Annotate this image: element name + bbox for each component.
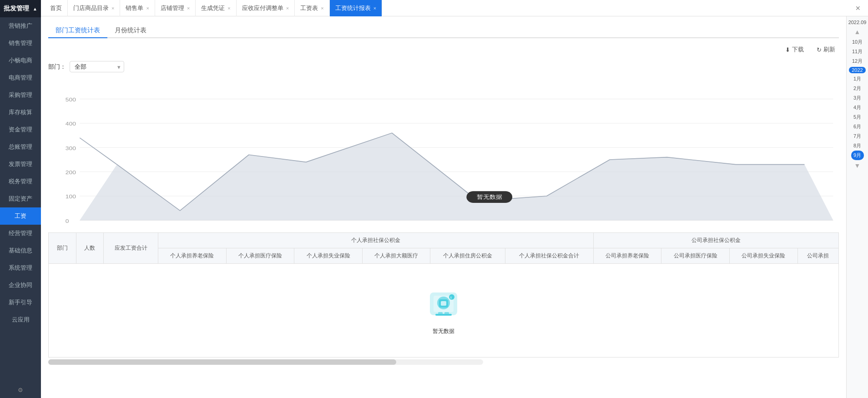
sidebar-item-9[interactable]: 税务管理 xyxy=(0,173,41,190)
tab-1[interactable]: 门店商品目录× xyxy=(68,0,120,16)
timeline-feb[interactable]: 2月 xyxy=(847,84,868,93)
sidebar-title: 批发管理 xyxy=(4,5,29,13)
tab-close-5[interactable]: × xyxy=(286,5,289,11)
refresh-button[interactable]: ↻ 刷新 xyxy=(813,44,839,55)
sidebar-item-11[interactable]: 工资 xyxy=(0,207,41,225)
table-col-8: 公司承担失业保险 xyxy=(730,248,798,264)
tab-6[interactable]: 工资表× xyxy=(295,0,329,16)
sidebar-item-12[interactable]: 经营管理 xyxy=(0,225,41,242)
timeline-oct[interactable]: 10月 xyxy=(847,37,868,47)
timeline-panel: 2022.09 ▲ 10月 11月 12月 2022 1月 2月 3月 4月 5… xyxy=(846,16,868,398)
sidebar-item-4[interactable]: 采购管理 xyxy=(0,86,41,104)
filter-row: 部门： 全部 xyxy=(48,61,839,72)
table-col-4: 个人承担住房公积金 xyxy=(430,248,505,264)
col-company-group: 公司承担社保公积金 xyxy=(593,233,838,248)
timeline-may[interactable]: 5月 xyxy=(847,112,868,122)
table-col-0: 个人承担养老保险 xyxy=(158,248,227,264)
horizontal-scrollbar[interactable] xyxy=(48,359,483,365)
timeline-jan[interactable]: 1月 xyxy=(847,74,868,84)
chart-svg: 0 100 200 300 400 500 xyxy=(48,80,839,225)
tab-close-7[interactable]: × xyxy=(373,5,376,11)
timeline-jun[interactable]: 6月 xyxy=(847,122,868,131)
tab-4[interactable]: 生成凭证× xyxy=(196,0,236,16)
table-col-2: 个人承担失业保险 xyxy=(294,248,363,264)
table-col-5: 个人承担社保公积金合计 xyxy=(505,248,593,264)
timeline-nov[interactable]: 11月 xyxy=(847,47,868,56)
tab-7[interactable]: 工资统计报表× xyxy=(330,0,382,16)
table-col-9: 公司承担 xyxy=(797,248,838,264)
download-icon: ⬇ xyxy=(785,46,790,53)
download-label: 下载 xyxy=(792,45,804,54)
svg-text:400: 400 xyxy=(66,121,76,127)
col-personal-group: 个人承担社保公积金 xyxy=(158,233,594,248)
tab-bar: 首页门店商品目录×销售单×店铺管理×生成凭证×应收应付调整单×工资表×工资统计报… xyxy=(41,0,868,16)
timeline-down-button[interactable]: ▼ xyxy=(853,160,863,171)
table-col-3: 个人承担大额医疗 xyxy=(362,248,430,264)
svg-rect-19 xyxy=(441,301,446,306)
sidebar-item-8[interactable]: 发票管理 xyxy=(0,156,41,173)
year-badge: 2022 xyxy=(849,67,865,73)
close-all-tabs-button[interactable]: ✕ xyxy=(852,3,864,14)
svg-text:300: 300 xyxy=(66,145,76,151)
content-area: 部门工资统计表月份统计表 ⬇ 下载 ↻ 刷新 部门： 全部 xyxy=(41,16,868,398)
tab-2[interactable]: 销售单× xyxy=(120,0,155,16)
timeline-year-label: 2022.09 xyxy=(847,18,868,26)
sidebar-item-16[interactable]: 新手引导 xyxy=(0,294,41,311)
sidebar-item-10[interactable]: 固定资产 xyxy=(0,190,41,207)
svg-text:200: 200 xyxy=(66,169,76,176)
col-count: 人数 xyxy=(76,233,104,264)
svg-text:0: 0 xyxy=(66,218,69,224)
dept-select-wrapper: 全部 xyxy=(70,61,124,72)
sub-tab-0[interactable]: 部门工资统计表 xyxy=(48,24,107,38)
sidebar-item-17[interactable]: 云应用 xyxy=(0,311,41,328)
tab-close-4[interactable]: × xyxy=(227,5,230,11)
empty-state: ! 暂无数据 xyxy=(54,267,833,353)
sub-tab-1[interactable]: 月份统计表 xyxy=(107,24,154,38)
settings-button[interactable]: ⚙ xyxy=(0,382,41,398)
svg-text:!: ! xyxy=(450,296,452,300)
timeline-aug[interactable]: 8月 xyxy=(847,141,868,151)
refresh-label: 刷新 xyxy=(823,45,835,54)
dept-select[interactable]: 全部 xyxy=(70,61,124,72)
sidebar-item-2[interactable]: 小畅电商 xyxy=(0,52,41,69)
timeline-mar[interactable]: 3月 xyxy=(847,93,868,103)
tab-close-3[interactable]: × xyxy=(187,5,190,11)
timeline-apr[interactable]: 4月 xyxy=(847,103,868,112)
sidebar-header[interactable]: 批发管理 ▲ xyxy=(0,0,41,17)
sidebar-item-15[interactable]: 企业协同 xyxy=(0,277,41,294)
tab-0[interactable]: 首页 xyxy=(45,0,68,16)
tab-actions: ✕ xyxy=(852,3,864,14)
sidebar-item-14[interactable]: 系统管理 xyxy=(0,259,41,277)
sub-tab-bar: 部门工资统计表月份统计表 xyxy=(48,24,839,38)
table-empty-cell: ! 暂无数据 xyxy=(49,264,839,358)
table-col-1: 个人承担医疗保险 xyxy=(226,248,294,264)
table-col-6: 公司承担养老保险 xyxy=(593,248,661,264)
download-button[interactable]: ⬇ 下载 xyxy=(782,44,807,55)
col-dept: 部门 xyxy=(49,233,76,264)
sidebar-item-13[interactable]: 基础信息 xyxy=(0,242,41,259)
tab-5[interactable]: 应收应付调整单× xyxy=(237,0,295,16)
page: 部门工资统计表月份统计表 ⬇ 下载 ↻ 刷新 部门： 全部 xyxy=(41,16,846,398)
timeline-jul[interactable]: 7月 xyxy=(847,131,868,141)
svg-text:100: 100 xyxy=(66,193,76,200)
tab-close-2[interactable]: × xyxy=(146,5,149,11)
empty-icon: ! xyxy=(425,286,462,322)
svg-marker-12 xyxy=(80,133,833,220)
tab-close-6[interactable]: × xyxy=(321,5,323,11)
sidebar-item-7[interactable]: 总账管理 xyxy=(0,138,41,156)
timeline-sep[interactable]: 9月 xyxy=(851,151,864,160)
sidebar-item-1[interactable]: 销售管理 xyxy=(0,35,41,52)
data-table: 部门 人数 应发工资合计 个人承担社保公积金 公司承担社保公积金 个人承担养老保… xyxy=(48,232,839,358)
sidebar-item-0[interactable]: 营销推广 xyxy=(0,17,41,35)
sidebar-item-6[interactable]: 资金管理 xyxy=(0,121,41,138)
svg-rect-22 xyxy=(435,314,452,316)
timeline-dec[interactable]: 12月 xyxy=(847,56,868,66)
tab-3[interactable]: 店铺管理× xyxy=(155,0,196,16)
svg-point-23 xyxy=(449,294,454,300)
tab-close-1[interactable]: × xyxy=(111,5,114,11)
sidebar-item-5[interactable]: 库存核算 xyxy=(0,104,41,121)
main-area: 首页门店商品目录×销售单×店铺管理×生成凭证×应收应付调整单×工资表×工资统计报… xyxy=(41,0,868,398)
chart-container: 0 100 200 300 400 500 xyxy=(48,80,839,225)
sidebar-item-3[interactable]: 电商管理 xyxy=(0,69,41,86)
timeline-up-button[interactable]: ▲ xyxy=(853,26,863,37)
